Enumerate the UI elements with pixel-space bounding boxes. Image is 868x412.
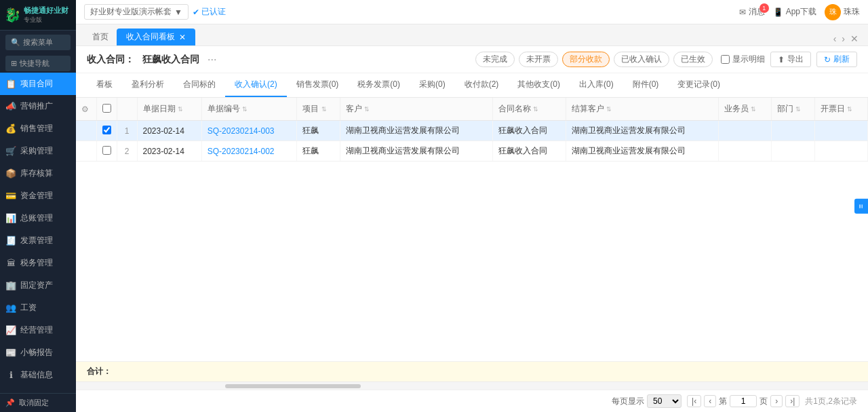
sidebar-item-capital[interactable]: 💳 资金管理 — [0, 185, 76, 207]
th-department[interactable]: 部门 ⇅ — [772, 98, 815, 121]
table-row[interactable]: 1 2023-02-14 SQ-20230214-003 狂飙 湖南卫视商业运营… — [76, 121, 868, 141]
row-checkbox[interactable] — [102, 126, 111, 134]
sidebar-item-sales[interactable]: 💰 销售管理 — [0, 117, 76, 140]
th-project[interactable]: 项目 ⇅ — [297, 98, 340, 121]
sort-date-icon[interactable]: ⇅ — [178, 106, 183, 113]
select-all-checkbox[interactable] — [102, 104, 111, 113]
refresh-button[interactable]: ↻ 刷新 — [816, 52, 857, 67]
more-options-button[interactable]: ··· — [208, 54, 216, 66]
tab-payment[interactable]: 收付款(2) — [455, 73, 509, 97]
quick-nav-button[interactable]: ⊞ 快捷导航 — [5, 56, 71, 71]
cell-checkbox[interactable] — [96, 141, 117, 162]
tab-in-out-storage[interactable]: 出入库(0) — [570, 73, 623, 97]
th-open-date[interactable]: 开票日 ⇅ — [814, 98, 867, 121]
toolbar-actions: 显示明细 ⬆ 导出 ↻ 刷新 — [721, 52, 857, 67]
tab-attachment[interactable]: 附件(0) — [623, 73, 669, 97]
sort-contract-name-icon[interactable]: ⇅ — [533, 106, 538, 113]
sidebar-item-invoice[interactable]: 🧾 发票管理 — [0, 229, 76, 252]
company-dropdown[interactable]: 好业财专业版演示帐套 ▼ — [84, 4, 189, 20]
cell-checkbox[interactable] — [96, 121, 117, 141]
tab-purchase[interactable]: 采购(0) — [410, 73, 455, 97]
sidebar-item-hr[interactable]: 👥 工资 — [0, 297, 76, 319]
sort-end-customer-icon[interactable]: ⇅ — [606, 106, 612, 113]
tab-close-all-button[interactable]: ✕ — [849, 32, 860, 45]
app-download-button[interactable]: 📱 App下载 — [773, 6, 816, 18]
status-effective[interactable]: 已生效 — [673, 52, 713, 67]
export-button[interactable]: ⬆ 导出 — [770, 52, 811, 67]
tab-revenue-confirmation[interactable]: 收入确认(2) — [225, 73, 287, 97]
number-link[interactable]: SQ-20230214-003 — [208, 126, 275, 136]
tab-prev-button[interactable]: ‹ — [832, 32, 838, 45]
th-number[interactable]: 单据编号 ⇅ — [201, 98, 297, 121]
first-page-button[interactable]: |‹ — [687, 395, 701, 407]
search-menu-button[interactable]: 🔍 搜索菜单 — [5, 35, 71, 50]
sort-number-icon[interactable]: ⇅ — [242, 106, 248, 113]
settings-icon[interactable]: ⚙ — [81, 105, 89, 114]
sidebar-item-reports[interactable]: 📰 小畅报告 — [0, 341, 76, 364]
table-container: ⚙ 单据日期 ⇅ 单据编号 ⇅ — [76, 98, 868, 361]
sort-project-icon[interactable]: ⇅ — [321, 106, 327, 113]
sidebar-item-label: 小畅报告 — [20, 347, 53, 358]
sidebar-item-basic-info[interactable]: ℹ 基础信息 — [0, 364, 76, 386]
status-confirmed[interactable]: 已收入确认 — [614, 52, 669, 67]
sidebar-item-management[interactable]: 📈 经营管理 — [0, 319, 76, 341]
sidebar-item-project-contract[interactable]: 📋 项目合同 — [0, 73, 76, 95]
cell-number[interactable]: SQ-20230214-003 — [201, 121, 297, 141]
last-page-button[interactable]: ›| — [785, 395, 800, 407]
sort-salesman-icon[interactable]: ⇅ — [751, 106, 756, 113]
tab-other-income[interactable]: 其他收支(0) — [508, 73, 570, 97]
prev-page-button[interactable]: ‹ — [704, 395, 716, 407]
message-button[interactable]: ✉ 1 消息 — [739, 6, 765, 18]
sidebar-item-purchase[interactable]: 🛒 采购管理 — [0, 140, 76, 162]
page-input[interactable] — [730, 395, 757, 407]
next-page-button[interactable]: › — [770, 395, 783, 407]
th-salesman[interactable]: 业务员 ⇅ — [718, 98, 771, 121]
sidebar-item-label: 库存核算 — [20, 168, 53, 179]
project-contract-icon: 📋 — [5, 79, 16, 90]
sidebar-item-tax[interactable]: 🏛 税务管理 — [0, 252, 76, 274]
number-link[interactable]: SQ-20230214-002 — [208, 147, 275, 156]
table-row[interactable]: 2 2023-02-14 SQ-20230214-002 狂飙 湖南卫视商业运营… — [76, 141, 868, 162]
sidebar-item-inventory[interactable]: 📦 库存核算 — [0, 162, 76, 185]
sidebar-item-accounting[interactable]: 📊 总账管理 — [0, 207, 76, 229]
cell-number[interactable]: SQ-20230214-002 — [201, 141, 297, 162]
display-toggle-label: 显示明细 — [732, 54, 765, 65]
sidebar-item-label: 资金管理 — [20, 190, 53, 202]
right-panel-toggle[interactable]: ≡ — [854, 198, 868, 213]
th-customer[interactable]: 客户 ⇅ — [340, 98, 493, 121]
tab-profit-analysis[interactable]: 盈利分析 — [122, 73, 174, 97]
row-checkbox[interactable] — [102, 146, 111, 155]
tab-tax-invoice[interactable]: 税务发票(0) — [348, 73, 410, 97]
display-toggle-checkbox[interactable] — [721, 55, 730, 64]
th-date[interactable]: 单据日期 ⇅ — [137, 98, 201, 121]
total-label: 合计： — [87, 366, 111, 377]
active-tab[interactable]: 收入合同看板 ✕ — [117, 29, 195, 45]
status-incomplete[interactable]: 未完成 — [475, 52, 515, 67]
status-uninvoiced[interactable]: 未开票 — [519, 52, 558, 67]
topbar-actions: ✉ 1 消息 📱 App下载 珠 珠珠 — [739, 4, 860, 20]
management-icon: 📈 — [5, 325, 16, 336]
th-end-customer[interactable]: 结算客户 ⇅ — [566, 98, 719, 121]
th-contract-name[interactable]: 合同名称 ⇅ — [492, 98, 566, 121]
sort-department-icon[interactable]: ⇅ — [795, 106, 801, 113]
tab-contract-subject[interactable]: 合同标的 — [174, 73, 225, 97]
user-avatar[interactable]: 珠 珠珠 — [825, 4, 860, 20]
cell-salesman — [718, 141, 771, 162]
sort-open-date-icon[interactable]: ⇅ — [847, 106, 852, 113]
page-navigation: |‹ ‹ 第 页 › ›| — [687, 395, 800, 407]
per-page-select[interactable]: 50 20 100 — [647, 394, 682, 408]
sidebar-item-fixed-assets[interactable]: 🏢 固定资产 — [0, 274, 76, 297]
cancel-fixed-button[interactable]: 📌 取消固定 — [0, 394, 76, 412]
status-partial-payment[interactable]: 部分收款 — [562, 52, 610, 67]
sort-customer-icon[interactable]: ⇅ — [364, 106, 370, 113]
display-toggle[interactable]: 显示明细 — [721, 54, 765, 65]
sidebar-item-marketing[interactable]: 📣 营销推广 — [0, 95, 76, 117]
tab-sales-invoice[interactable]: 销售发票(0) — [287, 73, 349, 97]
horizontal-scrollbar[interactable] — [76, 381, 868, 390]
tab-next-button[interactable]: › — [840, 32, 846, 45]
tab-change-log[interactable]: 变更记录(0) — [668, 73, 730, 97]
scrollbar-thumb[interactable] — [225, 384, 361, 388]
home-tab[interactable]: 首页 — [84, 29, 117, 45]
tab-kanban[interactable]: 看板 — [87, 73, 122, 97]
tab-close-button[interactable]: ✕ — [179, 33, 186, 42]
